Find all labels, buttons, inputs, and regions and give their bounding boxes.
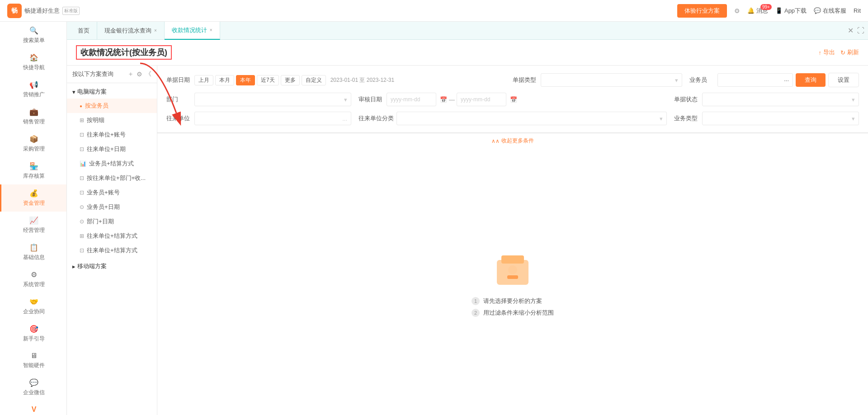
tab-close-all-btn[interactable]: ✕ [848, 26, 854, 35]
tab-home[interactable]: 首页 [71, 22, 97, 40]
page-title: 收款情况统计(按业务员) [76, 45, 172, 60]
scheme-item-partner-dept[interactable]: ⊡ 按往来单位+部门+收... [67, 171, 157, 185]
query-btn[interactable]: 查询 [796, 73, 826, 87]
target-icon: 🎯 [29, 325, 38, 333]
sidebar-item-guide[interactable]: 🎯 新手引导 [0, 320, 66, 347]
gear-settings[interactable]: ⚙ [734, 7, 740, 14]
empty-step-2: 2 用过滤条件来缩小分析范围 [472, 309, 554, 317]
collapse-scheme-icon[interactable]: 《 [145, 70, 151, 78]
tab-receipt-close[interactable]: × [210, 28, 212, 33]
date-shortcut-custom[interactable]: 自定义 [302, 75, 326, 85]
step-2-text: 用过滤条件来缩小分析范围 [483, 309, 554, 317]
service-icon: 💬 [814, 7, 821, 14]
sidebar-item-finance[interactable]: 💰 资金管理 [0, 184, 66, 212]
pc-group-header[interactable]: ▾ 电脑端方案 [67, 85, 157, 99]
sidebar-item-inventory[interactable]: 🏪 库存核算 [0, 157, 66, 184]
app-download-btn[interactable]: 📱 App下载 [775, 7, 807, 15]
date-range-display: 2023-01-01 至 2023-12-31 [330, 76, 394, 84]
dept-select[interactable]: ▾ [194, 93, 351, 106]
tab-maximize-btn[interactable]: ⛶ [857, 27, 864, 35]
export-btn[interactable]: ↑ 导出 [819, 48, 835, 57]
calendar-start-icon[interactable]: 📅 [440, 96, 447, 103]
date-shortcut-this-month[interactable]: 本月 [215, 75, 234, 85]
tab-cash-close[interactable]: × [154, 28, 157, 33]
partner-input[interactable]: ... [194, 112, 351, 125]
clock2-icon: ⊙ [80, 218, 84, 225]
box-icon: 📦 [29, 135, 38, 143]
sidebar-item-nav[interactable]: 🏠 快捷导航 [0, 49, 66, 76]
date-shortcut-last-month[interactable]: 上月 [194, 75, 213, 85]
sidebar: 🔍 搜索菜单 🏠 快捷导航 📢 营销推广 💼 销售管理 📦 采购管理 🏪 库存核… [0, 22, 67, 415]
tab-cash[interactable]: 现金银行流水查询 × [97, 22, 165, 40]
partner-category-select[interactable]: ▾ [396, 112, 667, 125]
sidebar-item-business[interactable]: 📈 经营管理 [0, 212, 66, 239]
scheme-item-salesman-date[interactable]: ⊙ 业务员+日期 [67, 200, 157, 214]
scheme-item-salesman-settlement[interactable]: 📊 业务员+结算方式 [67, 156, 157, 171]
top-header: 畅 畅捷通好生意 标准版 体验行业方案 ⚙ 🔔 消息 99+ 📱 App下载 💬… [0, 0, 868, 22]
scheme-item-detail[interactable]: ⊞ 按明细 [67, 113, 157, 127]
salesman-select[interactable]: ··· [717, 73, 793, 87]
scheme-item-partner-account[interactable]: ⊡ 往来单位+账号 [67, 127, 157, 142]
scheme-item-partner-settle2[interactable]: ⊡ 往来单位+结算方式 [67, 243, 157, 258]
sidebar-item-label: 基础信息 [23, 254, 45, 261]
add-scheme-icon[interactable]: ＋ [127, 70, 134, 78]
biz-type-select[interactable]: ▾ [702, 112, 859, 125]
settings-icon: ⚙ [31, 270, 37, 279]
download-icon: 📱 [775, 7, 783, 14]
try-industry-btn[interactable]: 体验行业方案 [677, 4, 727, 18]
date-separator: — [449, 96, 455, 103]
scheme-item-label: 业务员+账号 [87, 189, 120, 197]
scheme-item-salesman-account[interactable]: ⊡ 业务员+账号 [67, 185, 157, 200]
briefcase-icon: 💼 [29, 108, 38, 116]
scheme-item-label: 按往来单位+部门+收... [87, 174, 146, 182]
sidebar-item-label: 企业微信 [23, 389, 45, 396]
tab-home-label: 首页 [78, 27, 90, 35]
scheme-item-label: 业务员+日期 [87, 203, 120, 211]
online-service-label: 在线客服 [823, 7, 846, 15]
sidebar-item-marketing[interactable]: 📢 营销推广 [0, 76, 66, 103]
scheme-item-salesman[interactable]: ● 按业务员 [67, 99, 157, 113]
svg-rect-3 [507, 275, 518, 279]
sidebar-item-label: 企业协同 [23, 308, 45, 316]
refresh-btn[interactable]: ↻ 刷新 [840, 48, 859, 57]
sidebar-item-wechat[interactable]: 💬 企业微信 [0, 374, 66, 401]
sidebar-item-hardware[interactable]: 🖥 智能硬件 [0, 347, 66, 374]
doc-type-select[interactable]: ▾ [541, 73, 682, 87]
doc-status-select[interactable]: ▾ [702, 93, 859, 106]
scheme-item-label: 往来单位+结算方式 [87, 232, 137, 240]
step-1-text: 请先选择要分析的方案 [483, 297, 542, 305]
date-shortcut-7days[interactable]: 近7天 [257, 75, 279, 85]
doc-status-label: 单据状态 [674, 95, 699, 104]
review-date-start[interactable]: yyyy-mm-dd [387, 93, 436, 106]
sidebar-item-basic[interactable]: 📋 基础信息 [0, 239, 66, 266]
date-shortcut-this-year[interactable]: 本年 [236, 75, 255, 85]
calendar-end-icon[interactable]: 📅 [510, 96, 517, 103]
dept-filter-label: 部门 [166, 95, 192, 104]
scheme-item-dept-date[interactable]: ⊙ 部门+日期 [67, 214, 157, 229]
scheme-item-partner-date[interactable]: ⊡ 往来单位+日期 [67, 142, 157, 156]
step-2-num: 2 [472, 309, 480, 317]
mobile-group-header[interactable]: ▸ 移动端方案 [67, 259, 157, 273]
setting-btn[interactable]: 设置 [828, 73, 859, 87]
sidebar-item-label: 库存核算 [23, 172, 45, 180]
settings-scheme-icon[interactable]: ⚙ [137, 71, 142, 78]
sidebar-item-collab[interactable]: 🤝 企业协同 [0, 293, 66, 320]
bar-icon: 📊 [80, 160, 86, 167]
review-date-end[interactable]: yyyy-mm-dd [457, 93, 506, 106]
sidebar-item-label: 搜索菜单 [23, 37, 45, 44]
table4-icon: ⊡ [80, 189, 84, 196]
active-dot-icon: ● [80, 104, 82, 108]
notification-count-badge: 99+ [760, 4, 772, 10]
online-service-btn[interactable]: 💬 在线客服 [814, 7, 846, 15]
table2-icon: ⊡ [80, 146, 84, 152]
date-shortcut-more[interactable]: 更多 [281, 75, 300, 85]
sidebar-item-search[interactable]: 🔍 搜索菜单 [0, 22, 66, 49]
scheme-item-partner-settle1[interactable]: ⊞ 往来单位+结算方式 [67, 229, 157, 243]
sidebar-item-purchase[interactable]: 📦 采购管理 [0, 130, 66, 157]
notification-btn[interactable]: 🔔 消息 99+ [747, 7, 768, 15]
sidebar-item-system[interactable]: ⚙ 系统管理 [0, 266, 66, 293]
sidebar-item-member[interactable]: V 畅会员 [0, 401, 66, 415]
tab-receipt[interactable]: 收款情况统计 × [165, 22, 220, 40]
sidebar-item-sales[interactable]: 💼 销售管理 [0, 103, 66, 130]
collapse-filter-btn[interactable]: ∧∧ 收起更多条件 [157, 133, 868, 148]
